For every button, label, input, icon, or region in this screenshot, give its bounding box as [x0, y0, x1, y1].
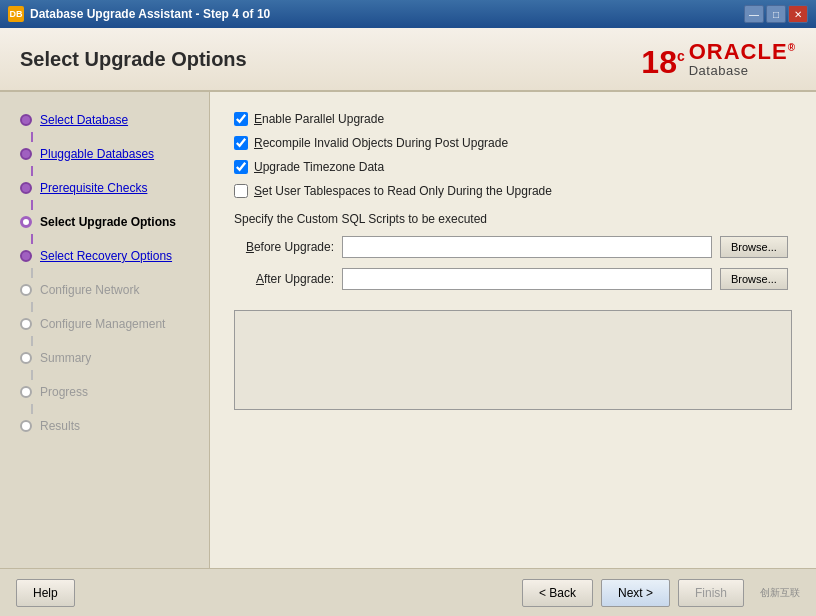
finish-button[interactable]: Finish	[678, 579, 744, 607]
content-area: Enable Parallel Upgrade Recompile Invali…	[210, 92, 816, 568]
window-controls: — □ ✕	[744, 5, 808, 23]
checkbox-set-tablespaces[interactable]	[234, 184, 248, 198]
step-line-6	[31, 302, 33, 312]
before-upgrade-input[interactable]	[342, 236, 712, 258]
window-title: Database Upgrade Assistant - Step 4 of 1…	[30, 7, 270, 21]
after-upgrade-row: After Upgrade: Browse...	[234, 268, 792, 290]
before-upgrade-browse-button[interactable]: Browse...	[720, 236, 788, 258]
step-dot-progress	[20, 386, 32, 398]
checkbox-row-parallel: Enable Parallel Upgrade	[234, 112, 792, 126]
label-enable-parallel[interactable]: Enable Parallel Upgrade	[254, 112, 384, 126]
back-button[interactable]: < Back	[522, 579, 593, 607]
oracle-brand-text: ORACLE®	[689, 41, 796, 63]
title-bar-left: DB Database Upgrade Assistant - Step 4 o…	[8, 6, 270, 22]
sidebar-item-prerequisite[interactable]: Prerequisite Checks	[0, 176, 209, 200]
after-upgrade-input[interactable]	[342, 268, 712, 290]
step-dot-pluggable	[20, 148, 32, 160]
step-line-3	[31, 200, 33, 210]
watermark-text: 创新互联	[760, 586, 800, 600]
oracle-version: 18c	[641, 46, 684, 78]
sidebar: Select Database Pluggable Databases Prer…	[0, 92, 210, 568]
help-button[interactable]: Help	[16, 579, 75, 607]
step-line-2	[31, 166, 33, 176]
after-upgrade-label: After Upgrade:	[234, 272, 334, 286]
before-upgrade-label: Before Upgrade:	[234, 240, 334, 254]
step-line-7	[31, 336, 33, 346]
label-set-tablespaces[interactable]: Set User Tablespaces to Read Only During…	[254, 184, 552, 198]
before-upgrade-row: Before Upgrade: Browse...	[234, 236, 792, 258]
after-upgrade-browse-button[interactable]: Browse...	[720, 268, 788, 290]
sidebar-label-recovery: Select Recovery Options	[40, 249, 172, 263]
sidebar-label-upgrade-options: Select Upgrade Options	[40, 215, 176, 229]
sidebar-label-pluggable: Pluggable Databases	[40, 147, 154, 161]
checkbox-row-tablespaces: Set User Tablespaces to Read Only During…	[234, 184, 792, 198]
step-line-9	[31, 404, 33, 414]
sidebar-label-progress: Progress	[40, 385, 88, 399]
title-bar: DB Database Upgrade Assistant - Step 4 o…	[0, 0, 816, 28]
step-line-5	[31, 268, 33, 278]
oracle-brand-group: ORACLE® Database	[689, 41, 796, 78]
next-button[interactable]: Next >	[601, 579, 670, 607]
app-icon: DB	[8, 6, 24, 22]
step-dot-summary	[20, 352, 32, 364]
info-text-area	[234, 310, 792, 410]
step-line-1	[31, 132, 33, 142]
oracle-logo: 18c ORACLE® Database	[641, 41, 796, 78]
sidebar-item-recovery-options[interactable]: Select Recovery Options	[0, 244, 209, 268]
sidebar-item-progress: Progress	[0, 380, 209, 404]
sidebar-label-network: Configure Network	[40, 283, 139, 297]
checkbox-recompile-invalid[interactable]	[234, 136, 248, 150]
sidebar-item-configure-management: Configure Management	[0, 312, 209, 336]
sidebar-label-results: Results	[40, 419, 80, 433]
step-line-4	[31, 234, 33, 244]
sidebar-item-pluggable-databases[interactable]: Pluggable Databases	[0, 142, 209, 166]
footer-left: Help	[16, 579, 75, 607]
page-title: Select Upgrade Options	[20, 48, 247, 71]
checkbox-upgrade-timezone[interactable]	[234, 160, 248, 174]
footer: Help < Back Next > Finish 创新互联	[0, 568, 816, 616]
close-button[interactable]: ✕	[788, 5, 808, 23]
checkbox-row-recompile: Recompile Invalid Objects During Post Up…	[234, 136, 792, 150]
sidebar-label-select-database: Select Database	[40, 113, 128, 127]
sidebar-item-results: Results	[0, 414, 209, 438]
sidebar-item-summary: Summary	[0, 346, 209, 370]
step-dot-select-database	[20, 114, 32, 126]
minimize-button[interactable]: —	[744, 5, 764, 23]
step-dot-network	[20, 284, 32, 296]
sidebar-label-prerequisite: Prerequisite Checks	[40, 181, 147, 195]
step-dot-results	[20, 420, 32, 432]
step-dot-prerequisite	[20, 182, 32, 194]
sidebar-label-management: Configure Management	[40, 317, 165, 331]
footer-right: < Back Next > Finish 创新互联	[522, 579, 800, 607]
header: Select Upgrade Options 18c ORACLE® Datab…	[0, 28, 816, 92]
step-dot-upgrade-options	[20, 216, 32, 228]
main-layout: Select Database Pluggable Databases Prer…	[0, 92, 816, 568]
sidebar-item-select-upgrade-options: Select Upgrade Options	[0, 210, 209, 234]
sidebar-item-configure-network: Configure Network	[0, 278, 209, 302]
step-dot-recovery	[20, 250, 32, 262]
label-upgrade-timezone[interactable]: Upgrade Timezone Data	[254, 160, 384, 174]
label-recompile-invalid[interactable]: Recompile Invalid Objects During Post Up…	[254, 136, 508, 150]
step-dot-management	[20, 318, 32, 330]
step-line-8	[31, 370, 33, 380]
custom-sql-label: Specify the Custom SQL Scripts to be exe…	[234, 212, 792, 226]
sidebar-label-summary: Summary	[40, 351, 91, 365]
sidebar-item-select-database[interactable]: Select Database	[0, 108, 209, 132]
oracle-product-text: Database	[689, 63, 749, 78]
checkbox-enable-parallel[interactable]	[234, 112, 248, 126]
maximize-button[interactable]: □	[766, 5, 786, 23]
checkbox-row-timezone: Upgrade Timezone Data	[234, 160, 792, 174]
